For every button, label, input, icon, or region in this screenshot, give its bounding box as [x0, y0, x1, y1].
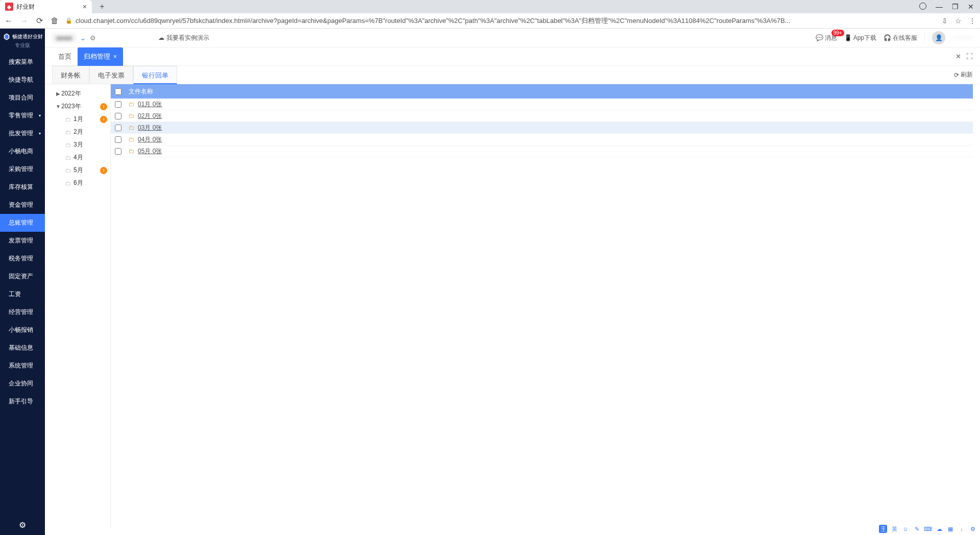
file-row[interactable]: 🗀03月 0张 [111, 122, 973, 134]
chevron-down-icon: ⌄ [80, 34, 86, 42]
sidebar-item-系统管理[interactable]: 系统管理 [0, 357, 45, 375]
tree-month-1月[interactable]: 🗀1月! [52, 113, 110, 126]
delete-icon[interactable]: 🗑 [50, 16, 59, 26]
tree-month-2月[interactable]: 🗀2月 [52, 126, 110, 138]
tray-icon-1[interactable]: ☺ [901, 525, 910, 533]
tree-month-4月[interactable]: 🗀4月 [52, 151, 110, 164]
sub-tab-财务帐[interactable]: 财务帐 [52, 66, 89, 84]
sidebar-item-零售管理[interactable]: 零售管理▾ [0, 107, 45, 125]
tray-icon-2[interactable]: ✎ [913, 525, 921, 533]
tray-icon-4[interactable]: ☁ [935, 525, 943, 533]
account-icon[interactable] [919, 3, 926, 10]
forward-button[interactable]: → [19, 16, 29, 26]
sidebar-item-项目合同[interactable]: 项目合同 [0, 89, 45, 107]
page-tab-首页[interactable]: 首页 [52, 47, 78, 66]
sidebar-item-税务管理[interactable]: 税务管理 [0, 250, 45, 268]
sidebar-item-总账管理[interactable]: 总账管理 [0, 214, 45, 232]
file-row[interactable]: 🗀02月 0张 [111, 110, 973, 122]
sidebar-item-采购管理[interactable]: 采购管理 [0, 160, 45, 178]
company-selector[interactable]: ■■■■ ⌄ ⚙ [52, 33, 149, 43]
file-list: 文件名称 🗀01月 0张🗀02月 0张🗀03月 0张🗀04月 0张🗀05月 0张 [111, 84, 973, 528]
close-tab-icon[interactable]: × [83, 3, 87, 11]
tree-year-2023年[interactable]: ▼2023年! [52, 100, 110, 113]
page-tab-归档管理[interactable]: 归档管理× [78, 47, 123, 66]
ime-icon[interactable]: 王 [879, 525, 887, 533]
tray-icon-5[interactable]: ▦ [946, 525, 954, 533]
file-row[interactable]: 🗀01月 0张 [111, 99, 973, 110]
tray-icon-3[interactable]: ⌨ [924, 525, 932, 533]
sidebar-item-快捷导航[interactable]: 快捷导航 [0, 71, 45, 89]
row-checkbox[interactable] [115, 113, 121, 119]
alert-badge-icon: ! [100, 116, 107, 123]
company-name: ■■■■ [52, 33, 76, 43]
sidebar-item-发票管理[interactable]: 发票管理 [0, 232, 45, 250]
close-tab-icon[interactable]: × [113, 53, 117, 60]
file-name-link[interactable]: 05月 0张 [138, 147, 162, 156]
caret-right-icon: ▶ [55, 91, 61, 96]
file-row[interactable]: 🗀05月 0张 [111, 145, 973, 157]
sidebar-menu: 搜索菜单快捷导航项目合同零售管理▾批发管理▾小畅电商采购管理库存核算资金管理总账… [0, 53, 45, 515]
file-name-link[interactable]: 02月 0张 [138, 112, 162, 120]
tray-icon-6[interactable]: ↓ [958, 525, 966, 533]
url-bar[interactable]: 🔒 cloud.chanjet.com/cc/u6d89qwnryel/57bf… [65, 16, 936, 26]
sidebar-item-批发管理[interactable]: 批发管理▾ [0, 125, 45, 142]
sidebar-item-库存核算[interactable]: 库存核算 [0, 178, 45, 196]
tray-settings-icon[interactable]: ⚙ [969, 525, 977, 533]
sidebar-item-label: 零售管理 [9, 111, 33, 120]
file-name-link[interactable]: 03月 0张 [138, 124, 162, 132]
chat-icon: 💬 [816, 34, 823, 41]
user-avatar[interactable]: 👤 [932, 31, 945, 44]
ime-lang-icon[interactable]: 英 [890, 525, 898, 533]
refresh-button[interactable]: ⟳ 刷新 [954, 70, 973, 79]
folder-icon: 🗀 [129, 136, 135, 143]
tree-month-3月[interactable]: 🗀3月 [52, 138, 110, 151]
sidebar-item-经营管理[interactable]: 经营管理 [0, 303, 45, 321]
tree-year-2022年[interactable]: ▶2022年 [52, 87, 110, 100]
sidebar-item-企业协同[interactable]: 企业协同 [0, 375, 45, 393]
window-controls: — ❐ ✕ [919, 3, 980, 11]
star-icon[interactable]: ☆ [955, 17, 962, 25]
customer-service-link[interactable]: 🎧 在线客服 [884, 34, 917, 42]
sidebar-item-固定资产[interactable]: 固定资产 [0, 268, 45, 285]
gear-icon[interactable]: ⚙ [90, 34, 96, 42]
row-checkbox[interactable] [115, 148, 121, 155]
select-all-checkbox[interactable] [115, 88, 121, 95]
app-download-link[interactable]: 📱 App下载 [844, 34, 876, 42]
row-checkbox[interactable] [115, 136, 121, 143]
sidebar-item-资金管理[interactable]: 资金管理 [0, 196, 45, 214]
messages-link[interactable]: 💬 消息 99+ [816, 34, 837, 42]
column-filename: 文件名称 [129, 87, 153, 96]
sidebar-item-工资[interactable]: 工资 [0, 285, 45, 303]
close-window-button[interactable]: ✕ [968, 3, 974, 11]
browser-tab[interactable]: ◆ 好业财 × [0, 0, 92, 13]
sidebar-item-小畅电商[interactable]: 小畅电商 [0, 142, 45, 160]
sub-tab-电子发票[interactable]: 电子发票 [89, 66, 133, 84]
fullscreen-icon[interactable]: ⛶ [966, 53, 973, 60]
back-button[interactable]: ← [4, 16, 13, 26]
file-name-link[interactable]: 01月 0张 [138, 100, 162, 109]
tree-month-5月[interactable]: 🗀5月! [52, 164, 110, 177]
row-checkbox[interactable] [115, 101, 121, 108]
file-row[interactable]: 🗀04月 0张 [111, 134, 973, 145]
demo-link[interactable]: ☁ 我要看实例演示 [158, 34, 209, 42]
refresh-icon: ⟳ [954, 71, 959, 79]
sub-tab-银行回单[interactable]: 银行回单 [133, 66, 177, 84]
sidebar-item-新手引导[interactable]: 新手引导 [0, 393, 45, 410]
kebab-menu-icon[interactable]: ⋮ [969, 17, 976, 25]
minimize-button[interactable]: — [936, 3, 943, 11]
sidebar-item-基础信息[interactable]: 基础信息 [0, 339, 45, 357]
new-tab-button[interactable]: + [96, 2, 108, 11]
tree-month-6月[interactable]: 🗀6月 [52, 177, 110, 189]
tree-label: 3月 [74, 140, 83, 149]
tree-label: 6月 [74, 179, 83, 187]
row-checkbox[interactable] [115, 125, 121, 131]
cloud-icon: ☁ [158, 34, 164, 41]
close-all-tabs-icon[interactable]: ✕ [955, 53, 961, 60]
sidebar-item-搜索菜单[interactable]: 搜索菜单 [0, 53, 45, 71]
maximize-button[interactable]: ❐ [952, 3, 959, 11]
file-name-link[interactable]: 04月 0张 [138, 135, 162, 144]
settings-gear-icon[interactable]: ⚙ [0, 515, 45, 535]
install-app-icon[interactable]: ⇩ [942, 17, 948, 25]
reload-button[interactable]: ⟳ [35, 16, 44, 26]
sidebar-item-小畅报销[interactable]: 小畅报销 [0, 321, 45, 339]
